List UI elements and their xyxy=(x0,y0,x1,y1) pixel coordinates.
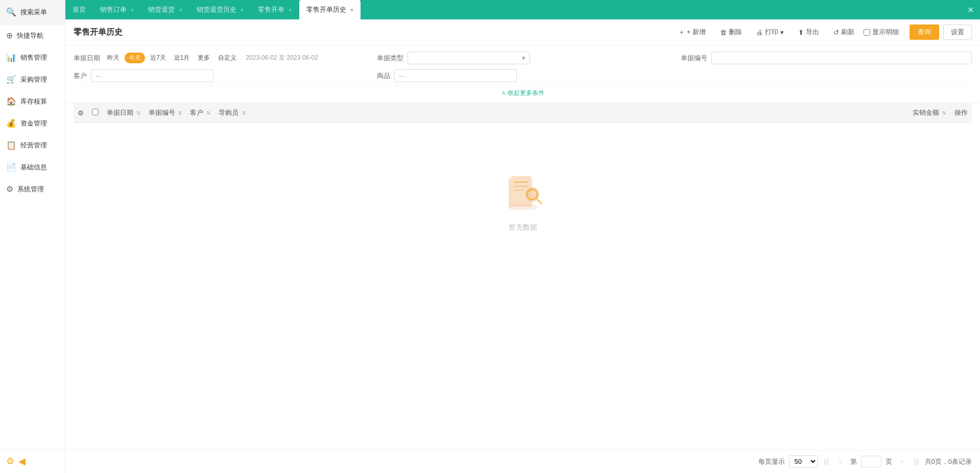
sidebar-item-sales-mgmt[interactable]: 📊 销售管理 xyxy=(0,46,65,68)
number-input-wrap xyxy=(711,52,972,64)
refresh-label: 刷新 xyxy=(841,28,854,37)
customer-input-wrap xyxy=(91,69,213,82)
page-first-btn[interactable]: ⟨⟨ xyxy=(822,457,831,467)
th-date: 单据日期 ⇅ xyxy=(103,103,145,123)
per-page-select[interactable]: 10 20 50 100 xyxy=(789,455,818,468)
export-icon: ⬆ xyxy=(798,29,804,36)
sidebar-item-label: 库存核算 xyxy=(20,97,47,106)
page-prefix-label: 第 xyxy=(850,457,857,466)
goods-input[interactable] xyxy=(399,72,512,80)
sidebar-item-label: 销售管理 xyxy=(20,53,47,62)
date-yesterday-btn[interactable]: 昨天 xyxy=(104,53,123,63)
toolbar-actions: ＋ + 新增 🗑 删除 🖨 打印 ▾ ⬆ 导出 ↺ xyxy=(673,24,972,40)
refresh-button[interactable]: ↺ 刷新 xyxy=(828,25,859,39)
tab-sales-order-label: 销售订单 xyxy=(100,5,127,14)
date-sort-icon[interactable]: ⇅ xyxy=(136,110,140,116)
sidebar-item-label: 快捷导航 xyxy=(17,31,43,40)
settings-button[interactable]: 设置 xyxy=(943,24,972,40)
sidebar-item-operation[interactable]: 📋 经营管理 xyxy=(0,134,65,156)
tab-sales-order[interactable]: 销售订单 × xyxy=(93,0,141,19)
type-filter-label: 单据类型 xyxy=(377,54,403,63)
page-last-btn[interactable]: ⟩⟩ xyxy=(912,457,921,467)
window-close-button[interactable]: ✕ xyxy=(967,5,974,15)
sidebar-item-label: 采购管理 xyxy=(20,75,47,84)
tab-sales-return-close[interactable]: × xyxy=(179,7,182,13)
tab-retail-open-label: 零售开单 xyxy=(258,5,284,14)
print-button[interactable]: 🖨 打印 ▾ xyxy=(751,25,789,39)
quick-nav-icon: ⊕ xyxy=(6,31,13,40)
number-sort-icon[interactable]: ⇅ xyxy=(178,110,182,116)
print-icon: 🖨 xyxy=(756,29,763,36)
number-filter-label: 单据编号 xyxy=(681,54,707,63)
sidebar-item-sys-mgmt[interactable]: ⚙ 系统管理 xyxy=(0,178,65,200)
filter-row-1: 单据日期 昨天 今天 近7天 近1月 更多 自定义 2023-06-02 至 2… xyxy=(74,52,972,64)
tab-sales-order-close[interactable]: × xyxy=(131,7,134,13)
type-select[interactable]: ▾ xyxy=(408,52,530,64)
tab-retail-open-history[interactable]: 零售开单历史 × xyxy=(299,0,361,19)
tab-sales-return-history[interactable]: 销货退货历史 × xyxy=(189,0,251,19)
sidebar-item-quick-nav[interactable]: ⊕ 快捷导航 xyxy=(0,24,65,46)
empty-illustration xyxy=(497,164,548,215)
sidebar-item-finance[interactable]: 💰 资金管理 xyxy=(0,112,65,134)
delete-icon: 🗑 xyxy=(720,29,727,36)
filter-collapse-btn[interactable]: ∧ 收起更多条件 xyxy=(74,85,972,101)
date-today-btn[interactable]: 今天 xyxy=(125,53,145,63)
tab-retail-open-history-close[interactable]: × xyxy=(350,7,353,13)
settings-gear-icon[interactable]: ⚙ xyxy=(78,109,84,117)
customer-sort-icon[interactable]: ⇅ xyxy=(206,110,210,116)
print-dropdown-icon: ▾ xyxy=(780,29,784,36)
tab-sales-return-history-close[interactable]: × xyxy=(241,7,244,13)
th-check[interactable] xyxy=(88,103,103,123)
sidebar-settings-button[interactable]: ⚙ xyxy=(6,456,14,467)
display-detail-label: 显示明细 xyxy=(872,28,899,37)
page-next-btn[interactable]: ＞ xyxy=(896,456,907,467)
sidebar-item-purchase-mgmt[interactable]: 🛒 采购管理 xyxy=(0,68,65,90)
date-more-btn[interactable]: 更多 xyxy=(195,53,213,63)
add-button[interactable]: ＋ + 新增 xyxy=(673,25,711,39)
th-action: 操作 xyxy=(950,103,972,123)
customer-input[interactable] xyxy=(95,72,209,80)
guide-sort-icon[interactable]: ⇅ xyxy=(242,110,246,116)
sidebar-search-label: 搜索采单 xyxy=(20,8,47,17)
sidebar-item-label: 系统管理 xyxy=(17,185,44,194)
tab-retail-open-history-label: 零售开单历史 xyxy=(306,5,346,14)
sidebar-item-inventory[interactable]: 🏠 库存核算 xyxy=(0,90,65,112)
per-page-label: 每页显示 xyxy=(758,457,785,466)
filter-area: 单据日期 昨天 今天 近7天 近1月 更多 自定义 2023-06-02 至 2… xyxy=(65,45,980,103)
display-detail-checkbox[interactable] xyxy=(864,29,870,36)
sidebar-item-basic-info[interactable]: 📄 基础信息 xyxy=(0,156,65,178)
sidebar-item-label: 基础信息 xyxy=(20,163,47,172)
sys-mgmt-icon: ⚙ xyxy=(6,184,13,194)
th-setting[interactable]: ⚙ xyxy=(74,103,88,123)
filter-row-2: 客户 商品 xyxy=(74,69,972,82)
th-number: 单据编号 ⇅ xyxy=(145,103,186,123)
export-button[interactable]: ⬆ 导出 xyxy=(793,25,824,39)
select-all-checkbox[interactable] xyxy=(92,109,99,115)
date-custom-btn[interactable]: 自定义 xyxy=(215,53,240,63)
tab-home[interactable]: 首页 xyxy=(65,0,93,19)
date-7days-btn[interactable]: 近7天 xyxy=(147,53,169,63)
tab-bar: 首页 销售订单 × 销货退货 × 销货退货历史 × 零售开单 × 零售开单历史 … xyxy=(65,0,980,19)
page-number-input[interactable]: 1 xyxy=(861,456,881,467)
tab-sales-return[interactable]: 销货退货 × xyxy=(141,0,189,19)
table-wrap: ⚙ 单据日期 ⇅ 单据编号 ⇅ xyxy=(65,103,980,450)
date-1month-btn[interactable]: 近1月 xyxy=(171,53,193,63)
pagination: 每页显示 10 20 50 100 ⟨⟨ ＜ 第 1 页 ＞ ⟩⟩ 共0页，0条… xyxy=(65,450,980,473)
tab-retail-open[interactable]: 零售开单 × xyxy=(251,0,299,19)
tab-home-label: 首页 xyxy=(73,5,86,14)
query-button[interactable]: 查询 xyxy=(910,24,939,40)
number-input[interactable] xyxy=(716,54,967,62)
page-prev-btn[interactable]: ＜ xyxy=(835,456,846,467)
add-icon: ＋ xyxy=(678,28,685,37)
sidebar-search[interactable]: 🔍 搜索采单 xyxy=(0,0,65,24)
sidebar-collapse-button[interactable]: ◀ xyxy=(18,456,26,467)
delete-button[interactable]: 🗑 删除 xyxy=(715,25,747,39)
amount-sort-icon[interactable]: ⇅ xyxy=(942,110,946,116)
data-table: ⚙ 单据日期 ⇅ 单据编号 ⇅ xyxy=(74,103,972,273)
content-area: 零售开单历史 ＋ + 新增 🗑 删除 🖨 打印 ▾ ⬆ 导出 xyxy=(65,19,980,473)
type-select-arrow: ▾ xyxy=(522,54,525,62)
tab-retail-open-close[interactable]: × xyxy=(289,7,292,13)
main-area: 首页 销售订单 × 销货退货 × 销货退货历史 × 零售开单 × 零售开单历史 … xyxy=(65,0,980,473)
date-range-text: 2023-06-02 至 2023-06-02 xyxy=(246,54,318,62)
empty-state: 暂无数据 xyxy=(74,123,972,273)
